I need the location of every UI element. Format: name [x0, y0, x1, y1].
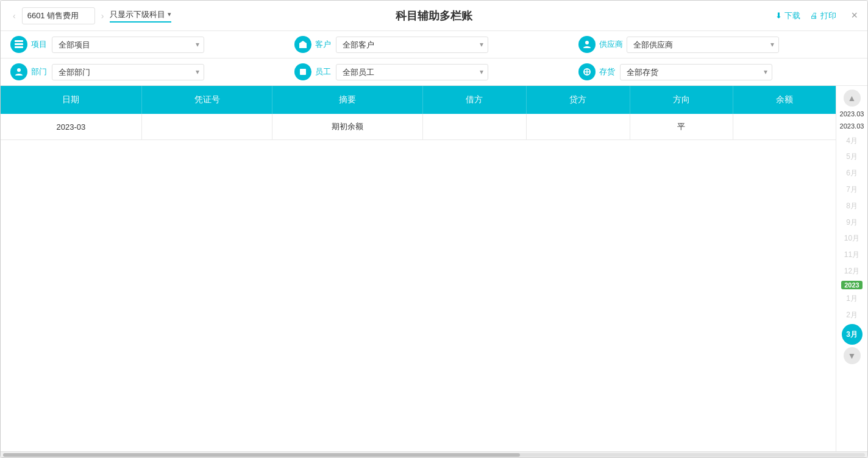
sidebar-month-8[interactable]: 8月: [836, 198, 867, 214]
department-select-wrap: 全部部门: [52, 64, 204, 80]
sub-arrow: ▾: [168, 10, 171, 18]
svg-point-5: [17, 68, 21, 72]
close-button[interactable]: ×: [851, 9, 858, 22]
sidebar-month-7[interactable]: 7月: [836, 181, 867, 198]
project-label: 项目: [31, 39, 48, 50]
customer-icon: [294, 36, 311, 53]
col-credit: 贷方: [526, 86, 630, 114]
inventory-label: 存货: [599, 66, 616, 77]
ledger-table: 日期 凭证号 摘要 借方 贷方 方向 余额 2023-03 期初余额: [1, 86, 836, 140]
cell-summary: 期初余额: [272, 114, 423, 140]
sidebar-month-12[interactable]: 12月: [836, 263, 867, 280]
nav-section: ‹ 6601 销售费用 › 只显示下级科目 ▾: [10, 7, 171, 24]
project-icon: [10, 36, 27, 53]
customer-select-wrap: 全部客户: [336, 37, 488, 53]
period-header-1: 2023.03: [839, 108, 866, 120]
bottom-scrollbar[interactable]: [1, 451, 867, 457]
download-label: 下载: [784, 10, 800, 21]
filter-group-department: 部门 全部部门: [10, 63, 290, 80]
filter-group-project: 项目 全部项目: [10, 36, 290, 53]
employee-select[interactable]: 全部员工: [336, 64, 488, 80]
sidebar-month-10[interactable]: 10月: [836, 230, 867, 247]
col-date: 日期: [1, 86, 141, 114]
project-select[interactable]: 全部项目: [52, 37, 204, 53]
cell-credit: [526, 114, 630, 140]
department-label: 部门: [31, 66, 48, 77]
sidebar-month-5[interactable]: 5月: [836, 149, 867, 165]
department-select[interactable]: 全部部门: [52, 64, 204, 80]
filter-group-employee: 员工 全部员工: [294, 63, 574, 80]
svg-rect-0: [15, 40, 23, 42]
svg-rect-3: [302, 45, 304, 48]
cell-balance: [733, 114, 836, 140]
filter-row-1: 项目 全部项目 客户 全部客户: [1, 31, 867, 58]
sidebar-month-2[interactable]: 2月: [836, 307, 867, 323]
table-header-row: 日期 凭证号 摘要 借方 贷方 方向 余额: [1, 86, 836, 114]
show-sub-accounts[interactable]: 只显示下级科目 ▾: [110, 9, 171, 23]
main-content: 日期 凭证号 摘要 借方 贷方 方向 余额 2023-03 期初余额: [1, 86, 836, 451]
sidebar-month-6[interactable]: 6月: [836, 165, 867, 181]
employee-select-wrap: 全部员工: [336, 64, 488, 80]
print-label: 打印: [820, 10, 836, 21]
filter-group-supplier: 供应商 全部供应商: [578, 36, 858, 53]
svg-point-4: [585, 41, 589, 44]
col-debit: 借方: [423, 86, 527, 114]
prev-arrow[interactable]: ‹: [10, 10, 18, 22]
sidebar-month-1[interactable]: 1月: [836, 291, 867, 307]
col-balance: 余额: [733, 86, 836, 114]
col-summary: 摘要: [272, 86, 423, 114]
supplier-select[interactable]: 全部供应商: [627, 37, 779, 53]
filter-row-2: 部门 全部部门 员工 全部员工: [1, 58, 867, 86]
department-icon: [10, 63, 27, 80]
cell-debit: [423, 114, 527, 140]
next-arrow[interactable]: ›: [99, 10, 107, 22]
supplier-select-wrap: 全部供应商: [627, 37, 779, 53]
scroll-thumb: [3, 453, 520, 457]
table-container: 日期 凭证号 摘要 借方 贷方 方向 余额 2023-03 期初余额: [1, 86, 867, 451]
download-button[interactable]: ⬇ 下载: [775, 10, 800, 21]
employee-label: 员工: [315, 66, 332, 77]
svg-rect-1: [15, 43, 23, 45]
customer-select[interactable]: 全部客户: [336, 37, 488, 53]
cell-voucher: [141, 114, 272, 140]
print-icon: 🖨: [810, 11, 818, 20]
supplier-label: 供应商: [599, 39, 623, 50]
right-sidebar: ▲ 2023.03 2023.03 4月 5月 6月 7月 8月 9月 10月 …: [836, 86, 867, 451]
customer-label: 客户: [315, 39, 332, 50]
cell-direction: 平: [630, 114, 733, 140]
title-bar: ‹ 6601 销售费用 › 只显示下级科目 ▾ 科目辅助多栏账 ⬇ 下载 🖨 打…: [1, 1, 867, 31]
employee-icon: [294, 63, 311, 80]
cell-date: 2023-03: [1, 114, 141, 140]
col-voucher: 凭证号: [141, 86, 272, 114]
main-window: ‹ 6601 销售费用 › 只显示下级科目 ▾ 科目辅助多栏账 ⬇ 下载 🖨 打…: [0, 0, 868, 458]
sidebar-month-3-active[interactable]: 3月: [842, 324, 863, 345]
project-select-wrap: 全部项目: [52, 37, 204, 53]
supplier-icon: [578, 36, 596, 53]
sidebar-down-arrow[interactable]: ▼: [844, 347, 861, 364]
sidebar-month-4[interactable]: 4月: [836, 133, 867, 149]
col-direction: 方向: [630, 86, 733, 114]
page-title: 科目辅助多栏账: [396, 9, 472, 23]
account-code[interactable]: 6601 销售费用: [22, 7, 95, 24]
filter-group-inventory: 存货 全部存货: [578, 63, 858, 80]
sidebar-month-11[interactable]: 11月: [836, 247, 867, 263]
svg-rect-2: [15, 46, 23, 48]
download-icon: ⬇: [775, 11, 782, 20]
period-header-2: 2023.03: [839, 120, 866, 132]
table-row: 2023-03 期初余额 平: [1, 114, 836, 140]
sidebar-month-9[interactable]: 9月: [836, 214, 867, 231]
print-button[interactable]: 🖨 打印: [810, 10, 836, 21]
toolbar-right: ⬇ 下载 🖨 打印 ×: [775, 9, 858, 22]
scroll-track: [3, 453, 865, 457]
year-badge: 2023: [841, 281, 862, 289]
show-sub-label: 只显示下级科目: [110, 9, 165, 20]
inventory-select-wrap: 全部存货: [620, 64, 772, 80]
sidebar-up-arrow[interactable]: ▲: [844, 90, 861, 107]
inventory-select[interactable]: 全部存货: [620, 64, 772, 80]
filter-group-customer: 客户 全部客户: [294, 36, 574, 53]
inventory-icon: [578, 63, 596, 80]
